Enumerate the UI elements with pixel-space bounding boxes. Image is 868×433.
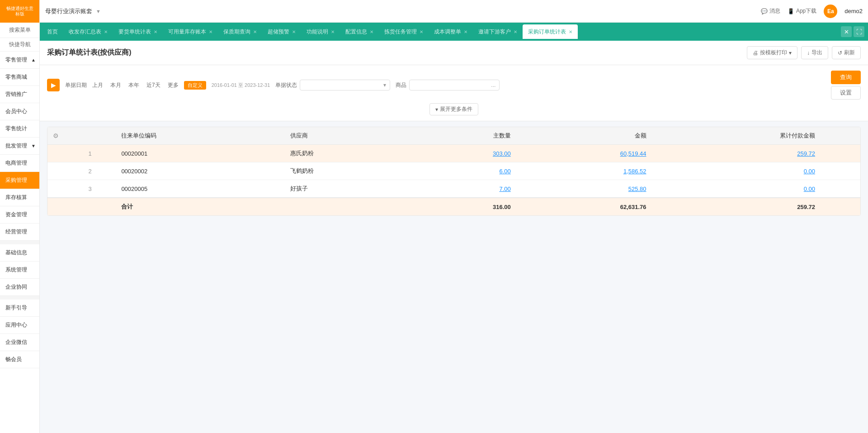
row-tail [821, 180, 860, 198]
tab-home[interactable]: 首页 [42, 24, 63, 39]
chevron-down-icon: ▾ [435, 106, 438, 113]
tab-maximize-btn[interactable]: ⛶ [854, 26, 864, 37]
col-settings: ⚙ [47, 127, 64, 145]
row-amount[interactable]: 1,586.52 [516, 162, 652, 180]
query-button[interactable]: 查询 [831, 71, 861, 84]
sidebar-item-basics[interactable]: 基础信息 [0, 244, 39, 262]
export-label: 导出 [811, 49, 822, 57]
avatar[interactable]: Ea [824, 5, 837, 18]
row-code: 00020005 [116, 180, 285, 198]
sidebar-item-system[interactable]: 系统管理 [0, 262, 39, 279]
date-custom-tag[interactable]: 自定义 [184, 81, 206, 90]
sidebar-item-operations[interactable]: 经营管理 [0, 224, 39, 241]
tab-bar: 首页 收发存汇总表 ✕ 要货单统计表 ✕ 可用量库存账本 ✕ 保质期查询 ✕ 超… [40, 23, 868, 41]
row-qty[interactable]: 6.00 [410, 162, 516, 180]
tab-bar-actions: ✕ ⛶ [841, 26, 866, 37]
row-amount[interactable]: 525.80 [516, 180, 652, 198]
export-button[interactable]: ↓ 导出 [801, 46, 828, 59]
close-icon[interactable]: ✕ [253, 29, 257, 34]
quick-nav-label: 快捷导航 [9, 41, 31, 48]
sidebar-item-purchase[interactable]: 采购管理 [0, 172, 39, 189]
sidebar-item-batch-mgmt[interactable]: 批发管理 ▼ [0, 138, 39, 155]
filter-toggle-button[interactable]: ▶ [47, 79, 60, 91]
expand-filter-button[interactable]: ▾ 展开更多条件 [429, 103, 478, 115]
tab-req-summary[interactable]: 要货单统计表 ✕ [113, 24, 163, 39]
col-seq [64, 127, 116, 145]
chevron-right-icon: ▼ [31, 143, 36, 148]
app-center-label: 应用中心 [5, 321, 27, 329]
refresh-button[interactable]: ↺ 刷新 [832, 46, 861, 59]
shortcut-7days[interactable]: 近7天 [144, 81, 163, 90]
username[interactable]: demo2 [844, 8, 863, 14]
sidebar-item-finance[interactable]: 资金管理 [0, 206, 39, 224]
close-icon[interactable]: ✕ [331, 29, 335, 34]
goods-filter-group: 商品 ... [396, 80, 500, 90]
tab-pick-task[interactable]: 拣货任务管理 ✕ [379, 24, 429, 39]
close-icon[interactable]: ✕ [420, 29, 423, 34]
status-select[interactable]: ▾ [300, 80, 390, 90]
sidebar-item-retail-shop[interactable]: 零售商城 [0, 69, 39, 86]
print-button[interactable]: 🖨 按模板打印 ▾ [747, 46, 797, 59]
sidebar-item-retail[interactable]: 零售管理 ▲ [0, 52, 39, 69]
gear-icon[interactable]: ⚙ [53, 132, 59, 139]
sidebar-item-members[interactable]: 会员中心 [0, 103, 39, 120]
row-paid[interactable]: 0.00 [652, 180, 821, 198]
tab-config[interactable]: 配置信息 ✕ [340, 24, 379, 39]
col-supplier: 供应商 [285, 127, 410, 145]
col-qty: 主数量 [410, 127, 516, 145]
sidebar-item-enterprise[interactable]: 企业协同 [0, 279, 39, 296]
close-icon[interactable]: ✕ [292, 29, 296, 34]
row-paid[interactable]: 0.00 [652, 162, 821, 180]
sidebar-item-marketing[interactable]: 营销推广 [0, 86, 39, 103]
tab-avail-stock-label: 可用量库存账本 [168, 28, 206, 36]
tab-func-desc[interactable]: 功能说明 ✕ [301, 24, 340, 39]
refresh-icon: ↺ [838, 50, 842, 56]
goods-input[interactable]: ... [409, 80, 500, 90]
row-settings [47, 145, 64, 162]
sidebar-item-membership[interactable]: 畅会员 [0, 351, 39, 368]
close-icon[interactable]: ✕ [569, 29, 572, 34]
sidebar-item-retail-stats[interactable]: 零售统计 [0, 120, 39, 138]
close-icon[interactable]: ✕ [370, 29, 373, 34]
tab-recv-send[interactable]: 收发存汇总表 ✕ [63, 24, 113, 39]
shortcut-more[interactable]: 更多 [165, 81, 181, 90]
page-title: 采购订单统计表(按供应商) [47, 48, 132, 63]
settings-button[interactable]: 设置 [831, 86, 861, 100]
close-icon[interactable]: ✕ [209, 29, 212, 34]
tab-invite[interactable]: 邀请下游客户 ✕ [473, 24, 523, 39]
shortcut-last-month[interactable]: 上月 [90, 81, 106, 90]
row-amount[interactable]: 60,519.44 [516, 145, 652, 162]
tab-home-label: 首页 [47, 28, 58, 36]
logo-sub: 标版 [15, 11, 24, 17]
top-header-right: 💬 消息 📱 App下载 Ea demo2 [761, 5, 863, 18]
tab-expiry[interactable]: 保质期查询 ✕ [218, 24, 262, 39]
close-icon[interactable]: ✕ [154, 29, 157, 34]
sidebar-item-app-center[interactable]: 应用中心 [0, 317, 39, 334]
tab-purchase-summary[interactable]: 采购订单统计表 ✕ [523, 24, 578, 39]
app-download-btn[interactable]: 📱 App下载 [788, 7, 816, 15]
close-icon[interactable]: ✕ [464, 29, 467, 34]
sidebar-item-wechat[interactable]: 企业微信 [0, 334, 39, 351]
shortcut-this-month[interactable]: 本月 [108, 81, 124, 90]
sidebar-item-quick-nav[interactable]: 快捷导航 [0, 38, 39, 52]
shortcut-this-year[interactable]: 本年 [126, 81, 142, 90]
close-icon[interactable]: ✕ [514, 29, 517, 34]
membership-label: 畅会员 [5, 356, 22, 363]
row-paid[interactable]: 259.72 [652, 145, 821, 162]
sidebar-item-newbie[interactable]: 新手引导 [0, 300, 39, 317]
sidebar-item-inventory[interactable]: 库存核算 [0, 189, 39, 206]
row-supplier: 惠氏奶粉 [285, 145, 410, 162]
marketing-label: 营销推广 [5, 90, 27, 98]
row-qty[interactable]: 303.00 [410, 145, 516, 162]
tab-overstock[interactable]: 超储预警 ✕ [262, 24, 301, 39]
sidebar-item-search[interactable]: 搜索菜单 [0, 23, 39, 38]
tab-close-btn[interactable]: ✕ [841, 26, 852, 37]
tab-avail-stock[interactable]: 可用量库存账本 ✕ [163, 24, 218, 39]
close-icon[interactable]: ✕ [104, 29, 108, 34]
row-code: 00020001 [116, 145, 285, 162]
message-btn[interactable]: 💬 消息 [761, 7, 780, 15]
newbie-label: 新手引导 [5, 304, 27, 312]
tab-cost-adj[interactable]: 成本调整单 ✕ [429, 24, 473, 39]
row-qty[interactable]: 7.00 [410, 180, 516, 198]
sidebar-item-ecommerce[interactable]: 电商管理 [0, 155, 39, 172]
